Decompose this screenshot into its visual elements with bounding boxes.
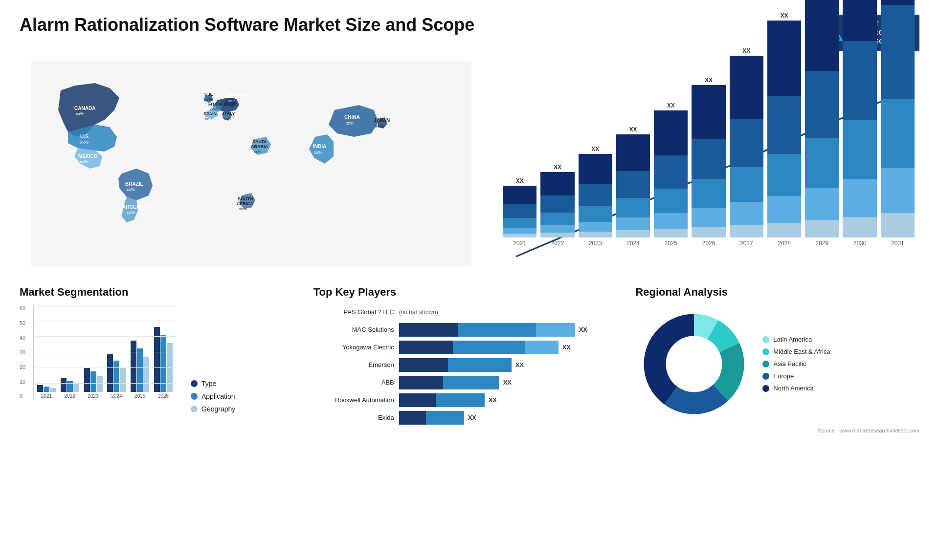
segmentation-legend: Type Application Geography: [191, 380, 235, 413]
player-row-emerson: Emerson XX: [313, 358, 626, 372]
player-row-rockwell: Rockwell Automation XX: [313, 393, 626, 407]
regional-legend: Latin America Middle East & Africa Asia …: [762, 336, 830, 392]
legend-dot-application: [191, 393, 198, 400]
seg-bar-app: [44, 387, 49, 392]
svg-text:SOUTH: SOUTH: [238, 196, 253, 201]
seg-bar-geo: [50, 388, 56, 392]
legend-type: Type: [191, 380, 235, 388]
bar-label-2021: XX: [516, 177, 524, 184]
donut-chart-area: Latin America Middle East & Africa Asia …: [635, 305, 919, 423]
svg-text:xx%: xx%: [224, 116, 231, 121]
svg-text:xx%: xx%: [346, 121, 354, 126]
svg-text:xx%: xx%: [205, 117, 212, 121]
players-list: PAS Global？LLC (no bar shown) MAC Soluti…: [313, 305, 626, 425]
svg-text:xx%: xx%: [127, 210, 135, 215]
svg-text:CANADA: CANADA: [74, 106, 95, 111]
svg-text:INDIA: INDIA: [313, 144, 326, 149]
segmentation-section: Market Segmentation 60 50 40 30 20 10 0: [20, 286, 304, 433]
svg-text:xx%: xx%: [80, 159, 88, 164]
player-row-yokogawa: Yokogawa Electric XX: [313, 341, 626, 354]
page-title: Alarm Rationalization Software Market Si…: [20, 15, 474, 35]
legend-geography: Geography: [191, 405, 235, 413]
regional-section: Regional Analysis: [635, 286, 919, 433]
svg-text:SAUDI: SAUDI: [252, 139, 266, 144]
svg-text:FRANCE: FRANCE: [208, 102, 227, 107]
svg-text:xx%: xx%: [76, 111, 84, 116]
market-size-chart: XX 2021 XX: [498, 61, 919, 266]
seg-bar-group-2021: 2021: [36, 385, 57, 399]
legend-mea: Middle East & Africa: [762, 348, 830, 355]
source-text: Source : www.marketresearchintellect.com: [635, 428, 919, 433]
legend-dot-type: [191, 380, 198, 387]
players-title: Top Key Players: [313, 286, 626, 299]
svg-text:U.K.: U.K.: [204, 92, 213, 97]
bar-year-2021: 2021: [513, 240, 526, 247]
svg-text:ARABIA: ARABIA: [251, 144, 268, 149]
svg-text:xx%: xx%: [80, 140, 89, 145]
top-section: CANADA xx% U.S. xx% MEXICO xx% BRAZIL xx…: [20, 61, 919, 266]
svg-text:AFRICA: AFRICA: [237, 201, 253, 206]
dot-apac: [762, 361, 769, 367]
svg-text:MEXICO: MEXICO: [78, 153, 98, 159]
legend-europe: Europe: [762, 372, 830, 380]
svg-text:GERMANY: GERMANY: [226, 93, 248, 98]
dot-latin: [762, 336, 769, 343]
dot-europe: [762, 373, 769, 380]
player-row-mac: MAC Solutions XX: [313, 323, 626, 337]
svg-text:ARGENTINA: ARGENTINA: [122, 204, 151, 210]
player-row-abb: ABB XX: [313, 376, 626, 389]
player-row-pas: PAS Global？LLC (no bar shown): [313, 305, 626, 319]
legend-application: Application: [191, 392, 235, 400]
svg-text:ITALY: ITALY: [223, 111, 235, 116]
svg-text:BRAZIL: BRAZIL: [125, 181, 143, 187]
regional-title: Regional Analysis: [635, 286, 919, 299]
svg-text:xx%: xx%: [127, 187, 135, 192]
svg-text:xx%: xx%: [254, 150, 261, 154]
svg-text:JAPAN: JAPAN: [374, 118, 390, 123]
svg-text:xx%: xx%: [239, 207, 246, 211]
legend-latin: Latin America: [762, 336, 830, 343]
donut-chart: [635, 305, 753, 423]
segmentation-chart: 60 50 40 30 20 10 0: [20, 305, 304, 413]
legend-north-america: North America: [762, 385, 830, 392]
svg-text:xx%: xx%: [204, 97, 212, 102]
seg-bar-type: [37, 385, 43, 392]
player-row-exida: Exida XX: [313, 411, 626, 425]
dot-mea: [762, 348, 769, 355]
segmentation-title: Market Segmentation: [20, 286, 304, 299]
players-section: Top Key Players PAS Global？LLC (no bar s…: [313, 286, 626, 433]
svg-text:xx%: xx%: [228, 99, 235, 103]
bottom-section: Market Segmentation 60 50 40 30 20 10 0: [20, 286, 919, 433]
svg-text:xx%: xx%: [210, 107, 217, 111]
svg-text:xx%: xx%: [314, 150, 322, 155]
legend-dot-geography: [191, 406, 198, 412]
svg-text:xx%: xx%: [375, 124, 383, 129]
world-map: CANADA xx% U.S. xx% MEXICO xx% BRAZIL xx…: [20, 61, 483, 266]
dot-north-america: [762, 385, 769, 392]
svg-text:CHINA: CHINA: [344, 114, 360, 120]
svg-point-42: [669, 339, 719, 389]
legend-apac: Asia Pacific: [762, 360, 830, 367]
svg-text:SPAIN: SPAIN: [203, 111, 217, 116]
svg-text:U.S.: U.S.: [80, 134, 90, 139]
